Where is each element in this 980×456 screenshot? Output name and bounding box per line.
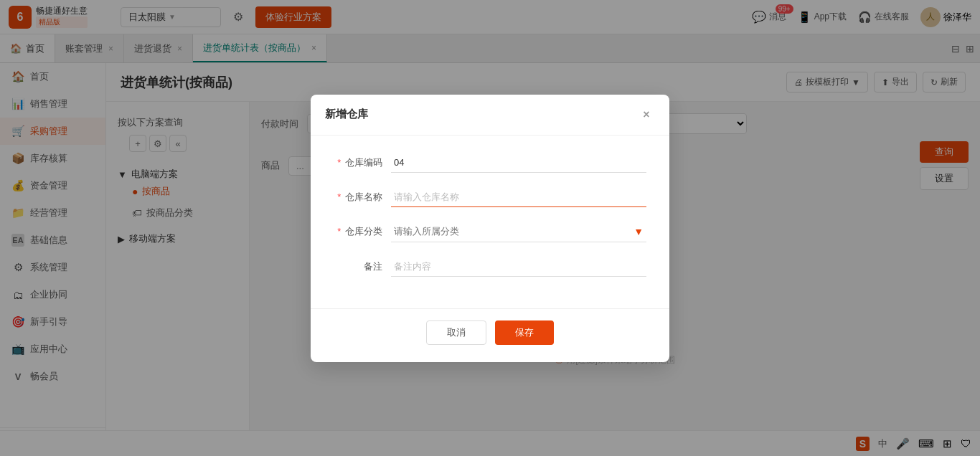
category-input[interactable] xyxy=(394,226,633,237)
category-select-row[interactable]: ▼ xyxy=(391,222,646,242)
note-input[interactable] xyxy=(391,257,646,277)
code-label: * 仓库编码 xyxy=(334,156,391,169)
note-field-row: 备注 xyxy=(334,257,646,277)
cancel-button[interactable]: 取消 xyxy=(426,320,486,345)
note-label: 备注 xyxy=(334,260,391,273)
category-label: * 仓库分类 xyxy=(334,225,391,238)
category-dropdown-arrow[interactable]: ▼ xyxy=(633,226,644,237)
code-field-row: * 仓库编码 xyxy=(334,153,646,173)
code-input[interactable] xyxy=(391,153,646,173)
name-required-star: * xyxy=(337,191,341,202)
name-field-row: * 仓库名称 xyxy=(334,187,646,207)
modal-footer: 取消 保存 xyxy=(311,308,669,362)
code-required-star: * xyxy=(337,157,341,168)
category-required-star: * xyxy=(337,226,341,237)
save-button[interactable]: 保存 xyxy=(495,320,554,345)
category-field-row: * 仓库分类 ▼ xyxy=(334,222,646,242)
name-label: * 仓库名称 xyxy=(334,191,391,204)
new-warehouse-modal: 新增仓库 × * 仓库编码 * 仓库名称 xyxy=(311,95,669,362)
name-input[interactable] xyxy=(391,187,646,207)
modal-body: * 仓库编码 * 仓库名称 * 仓库分类 xyxy=(311,136,669,308)
modal-overlay[interactable]: 新增仓库 × * 仓库编码 * 仓库名称 xyxy=(0,0,980,456)
modal-header: 新增仓库 × xyxy=(311,95,669,136)
modal-title: 新增仓库 xyxy=(325,108,368,121)
modal-close-btn[interactable]: × xyxy=(638,106,655,123)
